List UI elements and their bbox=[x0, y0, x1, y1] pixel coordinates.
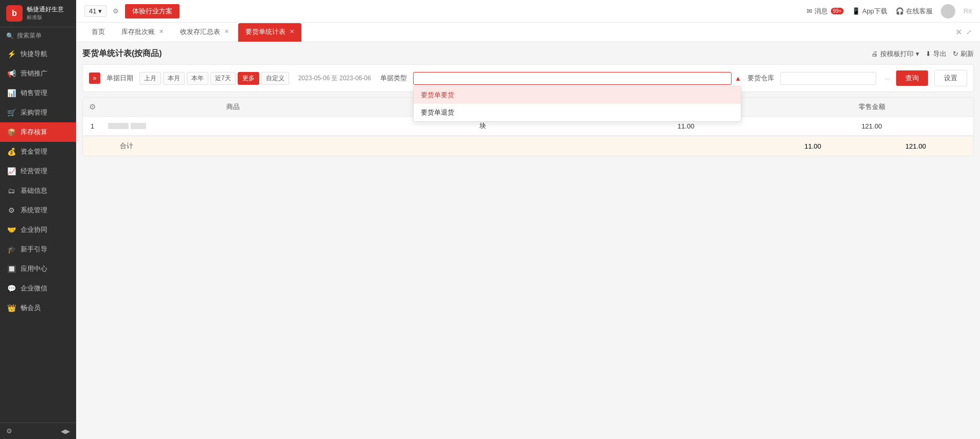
print-icon: 🖨 bbox=[871, 50, 878, 58]
tab-bar: 首页 库存批次账 ✕ 收发存汇总表 ✕ 要货单统计表 ✕ ✕ ⤢ bbox=[76, 23, 980, 42]
tab-order-stat[interactable]: 要货单统计表 ✕ bbox=[238, 23, 301, 42]
wechat-icon: 💬 bbox=[6, 284, 16, 292]
row-seq: 1 bbox=[83, 117, 102, 136]
sidebar-item-member[interactable]: 👑 畅会员 bbox=[0, 298, 76, 318]
custom-date-btn[interactable]: 自定义 bbox=[261, 72, 289, 85]
store-selector[interactable]: 41 ▾ bbox=[84, 5, 106, 17]
type-select-wrap: ▲ 要货单要货 要货单退货 bbox=[413, 72, 741, 85]
export-btn[interactable]: ⬇ 导出 bbox=[925, 49, 947, 59]
system-icon: ⚙ bbox=[6, 206, 16, 214]
tab-home-label: 首页 bbox=[92, 27, 105, 36]
sidebar-menu: ⚡ 快捷导航 📢 营销推广 📊 销售管理 🛒 采购管理 📦 库存核算 💰 资金管… bbox=[0, 44, 76, 423]
table-footer: 合计 11.00 121.00 bbox=[83, 136, 973, 156]
tab-order-stat-close[interactable]: ✕ bbox=[290, 28, 294, 35]
warehouse-filter-label: 要货仓库 bbox=[747, 74, 774, 83]
online-service-btn[interactable]: 🎧 在线客服 bbox=[896, 7, 933, 16]
dropdown-option-order-return[interactable]: 要货单退货 bbox=[414, 104, 741, 121]
refresh-btn[interactable]: ↻ 刷新 bbox=[953, 49, 974, 59]
search-label: 搜索菜单 bbox=[17, 31, 42, 40]
online-service-label: 在线客服 bbox=[906, 7, 933, 16]
sidebar-item-label: 快捷导航 bbox=[21, 49, 47, 59]
sidebar-item-finance[interactable]: 💰 资金管理 bbox=[0, 142, 76, 161]
sidebar-collapse-btn[interactable]: ◀▶ bbox=[61, 428, 70, 435]
sidebar-item-quick-nav[interactable]: ⚡ 快捷导航 bbox=[0, 44, 76, 64]
messages-btn[interactable]: ✉ 消息 99+ bbox=[807, 7, 844, 16]
sidebar-item-label: 企业微信 bbox=[21, 284, 47, 293]
logo-icon: b bbox=[6, 5, 23, 22]
sales-icon: 📊 bbox=[6, 89, 16, 97]
product-bar-2 bbox=[131, 123, 146, 129]
sidebar-item-enterprise[interactable]: 🤝 企业协同 bbox=[0, 220, 76, 240]
sidebar-item-appstore[interactable]: 🔲 应用中心 bbox=[0, 259, 76, 279]
col-product-header: 商品 bbox=[102, 98, 364, 117]
sidebar-item-wechat[interactable]: 💬 企业微信 bbox=[0, 279, 76, 298]
sidebar-item-label: 基础信息 bbox=[21, 186, 47, 195]
operation-icon: 📈 bbox=[6, 167, 16, 175]
sidebar-item-inventory[interactable]: 📦 库存核算 bbox=[0, 122, 76, 142]
sidebar-item-marketing[interactable]: 📢 营销推广 bbox=[0, 64, 76, 83]
query-btn[interactable]: 查询 bbox=[896, 70, 928, 86]
sidebar-item-label: 应用中心 bbox=[21, 264, 47, 273]
tab-bar-close[interactable]: ✕ bbox=[955, 27, 962, 37]
header-settings-icon[interactable]: ⚙ bbox=[113, 7, 119, 15]
warehouse-select-input[interactable] bbox=[780, 72, 876, 85]
more-dates-btn[interactable]: 更多 bbox=[238, 72, 259, 85]
purchase-icon: 🛒 bbox=[6, 108, 16, 117]
product-placeholder bbox=[108, 123, 358, 129]
sidebar: b 畅捷通好生意 标准版 🔍 搜索菜单 ⚡ 快捷导航 📢 营销推广 📊 销售管理… bbox=[0, 0, 76, 439]
sidebar-item-label: 资金管理 bbox=[21, 147, 47, 156]
sidebar-item-guide[interactable]: 🎓 新手引导 bbox=[0, 240, 76, 259]
enterprise-icon: 🤝 bbox=[6, 226, 16, 234]
type-dropdown-arrow[interactable]: ▲ bbox=[735, 75, 741, 82]
sidebar-item-base[interactable]: 🗂 基础信息 bbox=[0, 181, 76, 200]
chevron-down-icon: ▾ bbox=[98, 7, 102, 15]
recent-7days-btn[interactable]: 近7天 bbox=[210, 72, 236, 85]
print-dropdown-icon: ▾ bbox=[916, 50, 919, 58]
page-content: 要货单统计表(按商品) 🖨 按模板打印 ▾ ⬇ 导出 ↻ 刷新 bbox=[76, 42, 980, 439]
tab-recv-summary[interactable]: 收发存汇总表 ✕ bbox=[173, 23, 236, 42]
warehouse-more-btn[interactable]: ··· bbox=[884, 75, 890, 82]
sidebar-item-label: 畅会员 bbox=[21, 303, 41, 313]
filter-expand-btn[interactable]: » bbox=[89, 72, 100, 84]
message-icon: ✉ bbox=[807, 7, 812, 15]
user-avatar[interactable] bbox=[941, 4, 955, 19]
guide-icon: 🎓 bbox=[6, 245, 16, 253]
print-btn[interactable]: 🖨 按模板打印 ▾ bbox=[871, 49, 919, 59]
app-download-label: App下载 bbox=[862, 7, 887, 16]
sidebar-settings-icon[interactable]: ⚙ bbox=[6, 427, 12, 435]
export-icon: ⬇ bbox=[925, 50, 931, 58]
dropdown-option-order-goods[interactable]: 要货单要货 bbox=[414, 86, 741, 104]
date-buttons: 上月 本月 本年 近7天 更多 自定义 bbox=[139, 72, 289, 85]
sidebar-search[interactable]: 🔍 搜索菜单 bbox=[0, 27, 76, 44]
tab-recv-summary-close[interactable]: ✕ bbox=[224, 28, 229, 35]
tab-inventory-batch[interactable]: 库存批次账 ✕ bbox=[114, 23, 171, 42]
type-dropdown-menu: 要货单要货 要货单退货 bbox=[413, 86, 741, 122]
tab-maximize-icon[interactable]: ⤢ bbox=[966, 28, 972, 36]
tab-recv-summary-label: 收发存汇总表 bbox=[180, 27, 220, 36]
sidebar-item-sales[interactable]: 📊 销售管理 bbox=[0, 83, 76, 103]
last-month-btn[interactable]: 上月 bbox=[139, 72, 161, 85]
tab-home[interactable]: 首页 bbox=[84, 23, 112, 42]
sidebar-item-purchase[interactable]: 🛒 采购管理 bbox=[0, 103, 76, 122]
sidebar-item-operation[interactable]: 📈 经营管理 bbox=[0, 161, 76, 181]
filter-settings-btn[interactable]: 设置 bbox=[934, 70, 967, 86]
total-label: 合计 bbox=[89, 141, 133, 151]
type-select-input[interactable] bbox=[413, 72, 732, 85]
sidebar-item-label: 采购管理 bbox=[21, 108, 47, 117]
row-product bbox=[102, 117, 364, 136]
this-month-btn[interactable]: 本月 bbox=[163, 72, 185, 85]
brand-sub: 标准版 bbox=[27, 14, 64, 21]
this-year-btn[interactable]: 本年 bbox=[187, 72, 208, 85]
row-amount: 121.00 bbox=[770, 117, 973, 136]
brand-name: 畅捷通好生意 bbox=[27, 6, 64, 14]
sidebar-item-system[interactable]: ⚙ 系统管理 bbox=[0, 200, 76, 220]
tab-inventory-batch-label: 库存批次账 bbox=[121, 27, 155, 36]
top-header: 41 ▾ ⚙ 体验行业方案 ✉ 消息 99+ 📱 App下载 🎧 在线客服 Ri… bbox=[76, 0, 980, 23]
page-actions: 🖨 按模板打印 ▾ ⬇ 导出 ↻ 刷新 bbox=[871, 49, 974, 59]
trial-btn[interactable]: 体验行业方案 bbox=[125, 4, 180, 19]
tab-inventory-batch-close[interactable]: ✕ bbox=[159, 28, 164, 35]
user-name: Rit bbox=[964, 7, 972, 15]
app-download-btn[interactable]: 📱 App下载 bbox=[852, 7, 887, 16]
sidebar-logo: b 畅捷通好生意 标准版 bbox=[0, 0, 76, 27]
column-settings-icon[interactable]: ⚙ bbox=[89, 102, 96, 111]
